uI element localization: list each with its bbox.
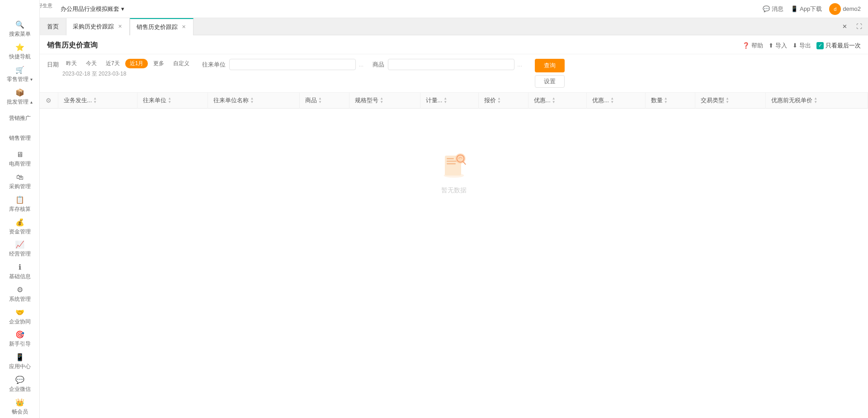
partner-dots-button[interactable]: ... <box>359 61 363 68</box>
sidebar-item-app-center[interactable]: 📱 应用中心 <box>0 351 39 373</box>
chevron-down-icon: ▾ <box>121 5 124 12</box>
partner-label: 往来单位 <box>202 59 226 69</box>
sidebar-item-ecommerce[interactable]: 🖥 电商管理 <box>0 148 39 171</box>
sidebar-item-member[interactable]: 👑 畅会员 <box>0 395 39 418</box>
filter-area: 日期 昨天 今天 近7天 近1月 更多 自定义 2023-02-18 至 202… <box>40 54 868 93</box>
date-tab-today[interactable]: 今天 <box>82 59 100 68</box>
empty-state: 暂无数据 <box>40 109 868 231</box>
table-settings-icon[interactable]: ⚙ <box>46 97 52 104</box>
th-partner-name[interactable]: 往来单位名称 ▲▼ <box>208 93 300 109</box>
date-tab-1month[interactable]: 近1月 <box>125 59 148 68</box>
product-input[interactable] <box>388 59 514 70</box>
date-tab-more[interactable]: 更多 <box>150 59 168 68</box>
sidebar-item-shortcut[interactable]: ⭐ 快捷导航 <box>0 41 39 63</box>
query-button[interactable]: 查询 <box>535 59 565 72</box>
sidebar-item-enterprise[interactable]: 🤝 企业协同 <box>0 305 39 328</box>
sort-arrows-discount1: ▲▼ <box>552 97 556 104</box>
settings-button[interactable]: 设置 <box>535 75 565 88</box>
th-settings[interactable]: ⚙ <box>40 93 58 109</box>
th-discount1[interactable]: 优惠... ▲▼ <box>528 93 587 109</box>
table-container: ⚙ 业务发生... ▲▼ 往来单位 ▲▼ <box>40 93 868 418</box>
wechat-icon: 💬 <box>15 375 24 384</box>
message-button[interactable]: 💬 消息 <box>763 5 783 13</box>
date-range-display: 2023-02-18 至 2023-03-18 <box>62 70 193 78</box>
sidebar-item-purchase[interactable]: 🛍 采购管理 <box>0 171 39 193</box>
sidebar-item-finance[interactable]: 💰 资金管理 <box>0 215 39 238</box>
download-icon: 📱 <box>791 5 798 12</box>
sidebar-item-wechat[interactable]: 💬 企业微信 <box>0 373 39 396</box>
only-last-checkbox[interactable]: ✓ 只看最后一次 <box>816 42 861 50</box>
user-profile[interactable]: d demo2 <box>829 3 861 15</box>
sort-arrows-trade-type: ▲▼ <box>726 97 729 104</box>
th-unit[interactable]: 计量... ▲▼ <box>420 93 478 109</box>
tab-home[interactable]: 首页 <box>40 18 66 35</box>
product-filter-group: 商品 ... <box>373 59 522 70</box>
sidebar-item-marketing[interactable]: 营销推广 <box>0 108 39 128</box>
date-tab-yesterday[interactable]: 昨天 <box>62 59 80 68</box>
sidebar-item-retail[interactable]: 🛒 零售管理 ▾ <box>0 63 39 86</box>
export-button[interactable]: ⬇ 导出 <box>793 42 811 50</box>
th-product[interactable]: 商品 ▲▼ <box>300 93 349 109</box>
date-tab-7days[interactable]: 近7天 <box>102 59 123 68</box>
sort-arrows-business-date: ▲▼ <box>93 97 97 104</box>
sidebar: 🔍 搜索菜单 ⭐ 快捷导航 🛒 零售管理 ▾ 📦 批发管理 ▴ 营销推广 销售管… <box>0 0 40 418</box>
empty-text: 暂无数据 <box>441 186 467 195</box>
th-quoted-price[interactable]: 报价 ▲▼ <box>478 93 528 109</box>
sidebar-item-search[interactable]: 🔍 搜索菜单 <box>0 18 39 41</box>
th-quantity[interactable]: 数量 ▲▼ <box>645 93 695 109</box>
page-title: 销售历史价查询 <box>47 41 98 50</box>
close-all-tabs-button[interactable]: ✕ <box>839 21 850 32</box>
help-icon: ❓ <box>742 42 750 49</box>
app-selector[interactable]: 办公用品行业模拟账套 ▾ <box>57 3 128 15</box>
th-partner-id[interactable]: 往来单位 ▲▼ <box>137 93 208 109</box>
table-header-row: ⚙ 业务发生... ▲▼ 往来单位 ▲▼ <box>40 93 868 109</box>
import-button[interactable]: ⬆ 导入 <box>769 42 787 50</box>
page-container: 销售历史价查询 ❓ 帮助 ⬆ 导入 ⬇ 导出 ✓ 只看最后一次 <box>40 35 868 418</box>
th-discount2[interactable]: 优惠... ▲▼ <box>587 93 645 109</box>
monitor-icon: 🖥 <box>16 151 24 159</box>
maximize-button[interactable]: ⛶ <box>854 21 864 32</box>
sidebar-wholesale-sub: 营销推广 销售管理 <box>0 108 39 148</box>
date-tab-custom[interactable]: 自定义 <box>170 59 193 68</box>
product-dots-button[interactable]: ... <box>517 61 522 68</box>
partner-input[interactable] <box>229 59 356 70</box>
partner-filter-group: 往来单位 ... <box>202 59 363 70</box>
handshake-icon: 🤝 <box>15 308 24 317</box>
tab-sales-history[interactable]: 销售历史价跟踪 ✕ <box>130 18 193 35</box>
sort-arrows-partner-id: ▲▼ <box>168 97 171 104</box>
product-input-group: ... <box>388 59 522 70</box>
date-filter-controls: 昨天 今天 近7天 近1月 更多 自定义 2023-02-18 至 2023-0… <box>62 59 193 78</box>
purchase-icon: 🛍 <box>16 173 24 181</box>
sort-arrows-partner-name: ▲▼ <box>250 97 254 104</box>
avatar: d <box>829 3 841 15</box>
th-trade-type[interactable]: 交易类型 ▲▼ <box>695 93 765 109</box>
message-icon: 💬 <box>763 5 770 12</box>
th-pretax-price[interactable]: 优惠前无税单价 ▲▼ <box>766 93 868 109</box>
date-filter-group: 日期 昨天 今天 近7天 近1月 更多 自定义 2023-02-18 至 202… <box>47 59 193 78</box>
box-icon: 📦 <box>15 88 24 97</box>
sidebar-item-wholesale[interactable]: 📦 批发管理 ▴ <box>0 86 39 108</box>
app-download-button[interactable]: 📱 App下载 <box>791 5 822 13</box>
import-icon: ⬆ <box>769 42 774 49</box>
sidebar-item-basic-info[interactable]: ℹ 基础信息 <box>0 261 39 283</box>
empty-illustration <box>436 145 472 181</box>
help-button[interactable]: ❓ 帮助 <box>742 42 763 50</box>
info-icon: ℹ <box>19 263 21 271</box>
filter-buttons: 查询 设置 <box>535 59 565 88</box>
main-content: 销售历史价查询 ❓ 帮助 ⬆ 导入 ⬇ 导出 ✓ 只看最后一次 <box>40 35 868 418</box>
sidebar-item-operations[interactable]: 📈 经营管理 <box>0 238 39 261</box>
star-icon: ⭐ <box>15 43 24 52</box>
sidebar-item-sales-mgmt[interactable]: 销售管理 <box>0 128 39 148</box>
inventory-icon: 📋 <box>15 195 24 204</box>
sidebar-item-newbie[interactable]: 🎯 新手引导 <box>0 328 39 351</box>
close-purchase-history-tab[interactable]: ✕ <box>117 24 123 30</box>
sidebar-item-inventory[interactable]: 📋 库存核算 <box>0 193 39 216</box>
th-spec[interactable]: 规格型号 ▲▼ <box>349 93 420 109</box>
th-business-date[interactable]: 业务发生... ▲▼ <box>58 93 137 109</box>
sidebar-item-system[interactable]: ⚙ 系统管理 <box>0 283 39 306</box>
svg-rect-2 <box>447 158 454 159</box>
data-table: ⚙ 业务发生... ▲▼ 往来单位 ▲▼ <box>40 93 868 109</box>
close-sales-history-tab[interactable]: ✕ <box>180 24 187 30</box>
sort-arrows-quantity: ▲▼ <box>664 97 668 104</box>
tab-purchase-history[interactable]: 采购历史价跟踪 ✕ <box>66 18 130 35</box>
